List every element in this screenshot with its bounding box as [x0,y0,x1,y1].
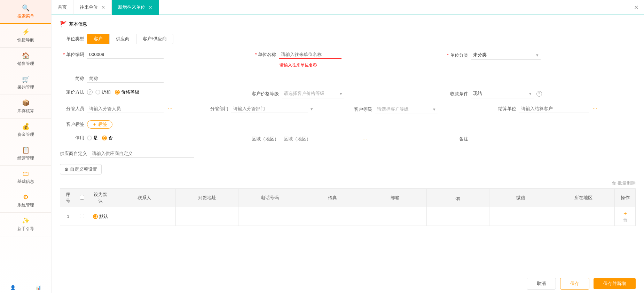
sys-icon: ⚙ [23,193,29,201]
payment-terms-select[interactable]: 现结 ▾ [471,89,534,98]
sidebar-stats-btn[interactable]: 📊 [36,285,41,290]
payment-help-icon[interactable]: ? [536,91,542,97]
cell-phone[interactable] [238,207,301,226]
sidebar-item-quick-nav[interactable]: ⚡ 快捷导航 [0,24,51,48]
sidebar-item-sys-mgmt[interactable]: ⚙ 系统管理 [0,189,51,213]
supplier-custom-row: 供应商自定义 [60,149,636,158]
cell-wechat[interactable] [489,207,552,226]
cell-region[interactable] [552,207,615,226]
short-name-group: 简称 [60,74,636,83]
cell-email[interactable] [364,207,426,226]
save-button[interactable]: 保存 [560,278,589,290]
flag-icon: 🚩 [60,21,67,27]
contact-table: 序号 设为默认 联系人 到货地址 电话号码 传真 邮箱 qq 微信 所在地区 操… [60,188,636,226]
sidebar-item-basic-info[interactable]: 🗃 基础信息 [0,166,51,189]
fax-input[interactable] [305,214,360,219]
select-all-checkbox[interactable] [80,195,84,200]
sidebar-item-ops-mgmt[interactable]: 📋 经营管理 [0,142,51,166]
disabled-radio-no[interactable]: 否 [102,135,113,141]
chevron-down-icon3: ▾ [529,91,532,96]
col-contact: 联系人 [113,189,176,207]
settlement-unit-more-btn[interactable]: ··· [591,106,599,112]
col-phone: 电话号码 [238,189,301,207]
region-more-btn[interactable]: ··· [361,136,368,142]
manager-input[interactable] [87,105,164,113]
contact-input[interactable] [117,214,172,219]
supplier-custom-label: 供应商自定义 [60,150,87,157]
unit-category-select[interactable]: 未分类 ▾ [471,50,541,60]
sidebar-item-newbie-guide[interactable]: ✨ 新手引导 [0,213,51,236]
customer-level-select[interactable]: 请选择客户等级 ▾ [375,105,438,114]
row-checkbox[interactable] [80,214,84,218]
sidebar-item-finance-mgmt[interactable]: 💰 资金管理 [0,119,51,142]
delete-row-btn[interactable]: 🗑 [623,217,628,223]
unit-category-label: 单位分类 [444,52,468,58]
add-tag-btn[interactable]: ＋ 标签 [87,120,112,129]
cell-address[interactable] [176,207,238,226]
department-input[interactable] [231,105,308,113]
settlement-unit-input[interactable] [519,105,589,113]
sidebar-user-btn[interactable]: 👤 [10,285,16,290]
payment-terms-group: 收款条件 现结 ▾ ? [444,89,636,98]
tab-transaction-units-close[interactable]: ✕ [101,5,105,10]
tab-home[interactable]: 首页 [52,0,73,15]
sidebar-item-label: 采购管理 [17,84,34,90]
sidebar-item-inventory[interactable]: 📦 库存核算 [0,95,51,119]
custom-settings-btn[interactable]: ⚙ 自定义项设置 [60,164,102,174]
unit-type-both-btn[interactable]: 客户/供应商 [136,34,173,44]
finance-icon: 💰 [22,123,30,130]
supplier-custom-input[interactable] [90,149,194,158]
form-content: 🚩 基本信息 单位类型 客户 供应商 客户/供应商 单位编码 单位名 [52,15,644,274]
notes-input[interactable] [471,135,575,143]
region-input[interactable] [282,135,358,143]
qq-input[interactable] [430,214,486,219]
manager-group: 分管人员 ··· [60,105,204,113]
sidebar-item-label: 新手引导 [17,226,34,232]
email-input[interactable] [368,214,423,219]
short-name-input[interactable] [87,74,164,83]
batch-delete-btn[interactable]: 🗑 批量删除 [612,180,636,186]
unit-type-customer-btn[interactable]: 客户 [87,34,109,44]
sidebar-item-sales-mgmt[interactable]: 🏠 销售管理 [0,48,51,71]
cell-checkbox[interactable] [76,207,88,226]
stats-icon: 📊 [36,285,41,290]
manager-more-btn[interactable]: ··· [166,106,174,112]
cell-fax[interactable] [301,207,364,226]
col-region: 所在地区 [552,189,615,207]
unit-name-label: 单位名称 [252,51,276,58]
add-row-btn[interactable]: ＋ [622,210,628,216]
tab-new-unit[interactable]: 新增往来单位 ✕ [112,0,159,15]
pricing-radio-level[interactable]: 价格等级 [115,89,139,95]
payment-terms-value: 现结 [473,90,482,97]
cancel-button[interactable]: 取消 [527,278,556,290]
pricing-radio-group: 折扣 价格等级 [95,89,139,95]
phone-input[interactable] [242,214,297,219]
tab-transaction-units-label: 往来单位 [80,4,98,10]
cell-qq[interactable] [426,207,489,226]
sidebar-item-search-menu[interactable]: 🔍 搜索菜单 [0,0,51,24]
tab-new-unit-close[interactable]: ✕ [149,5,152,10]
customer-price-level-select[interactable]: 请选择客户价格等级 ▾ [282,89,344,98]
region-table-input[interactable] [556,214,611,219]
pricing-help-icon[interactable]: ? [87,89,93,95]
col-email: 邮箱 [364,189,426,207]
cell-contact[interactable] [113,207,176,226]
customer-price-level-group: 客户价格等级 请选择客户价格等级 ▾ [252,89,443,98]
cell-default: 默认 [88,207,113,226]
unit-type-supplier-btn[interactable]: 供应商 [109,34,136,44]
default-radio[interactable]: 默认 [92,213,109,220]
tab-transaction-units[interactable]: 往来单位 ✕ [73,0,112,15]
sidebar-item-purchase-mgmt[interactable]: 🛒 采购管理 [0,71,51,95]
tab-bar-close-all[interactable]: ✕ [628,4,644,11]
unit-code-input[interactable] [87,50,164,59]
wechat-input[interactable] [493,214,548,219]
save-and-new-button[interactable]: 保存并新增 [594,278,636,289]
address-input[interactable] [179,214,235,219]
customer-price-level-placeholder: 请选择客户价格等级 [284,90,324,97]
unit-code-group: 单位编码 [60,50,252,59]
pricing-radio-discount[interactable]: 折扣 [95,89,111,95]
unit-name-input[interactable] [279,50,341,59]
search-icon: 🔍 [22,4,30,12]
disabled-radio-yes[interactable]: 是 [87,135,98,141]
sidebar-bottom: 👤 📊 [0,282,51,293]
